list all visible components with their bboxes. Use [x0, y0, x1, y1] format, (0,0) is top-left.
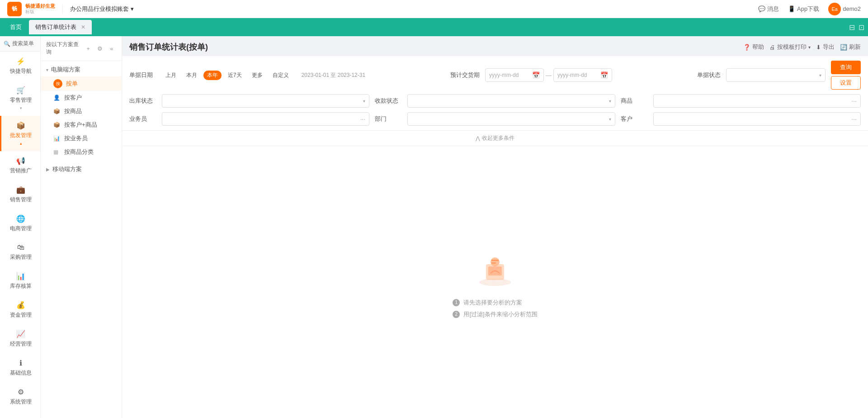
- scheme-icon-person: 👤: [53, 95, 61, 101]
- filter-row-3: 业务员 ··· 部门 ▾ 客户 ···: [129, 112, 861, 126]
- svg-rect-5: [491, 262, 496, 264]
- top-bar: 畅 畅捷通好生意 标版 办公用品行业模拟账套 ▾ 💬 消息 📱 App下载 Ea…: [0, 0, 868, 18]
- empty-state-illustration: [472, 246, 518, 291]
- scheme-icon-grid: ▦: [53, 149, 61, 155]
- settings-scheme-btn[interactable]: ⚙: [95, 44, 104, 53]
- date-btn-custom[interactable]: 自定义: [269, 71, 292, 80]
- add-scheme-btn[interactable]: +: [84, 44, 93, 53]
- out-status-arrow: ▾: [363, 99, 365, 104]
- help-btn[interactable]: ❓ 帮助: [743, 43, 764, 51]
- pc-group-arrow: ▾: [46, 67, 48, 72]
- refresh-btn[interactable]: 🔄 刷新: [840, 43, 861, 51]
- salesman-input[interactable]: ···: [162, 112, 369, 126]
- out-status-label: 出库状态: [129, 97, 156, 105]
- left-panel: 按以下方案查询 + ⚙ « ▾ 电脑端方案 按 按单 👤 按客户: [41, 36, 122, 418]
- user-menu[interactable]: Ea demo2: [828, 3, 861, 15]
- scheme-by-salesman[interactable]: 📊 按业务员: [41, 132, 122, 145]
- svg-point-3: [491, 257, 500, 266]
- sidebar-item-inventory[interactable]: 📊 库存核算: [0, 266, 40, 295]
- empty-tip-1: 1 请先选择要分析的方案: [453, 299, 537, 307]
- sidebar-item-retail[interactable]: 🛒 零售管理 ▾: [0, 81, 40, 116]
- collapse-bar[interactable]: ⋀ 收起更多条件: [122, 131, 868, 146]
- tab-maximize-icon[interactable]: ⊡: [859, 23, 864, 32]
- status-select[interactable]: ▾: [726, 68, 826, 82]
- messages-btn[interactable]: 💬 消息: [758, 5, 779, 13]
- date-label: 单据日期: [129, 71, 156, 79]
- date-btn-last-month[interactable]: 上月: [162, 71, 180, 80]
- calendar-end-icon[interactable]: 📅: [600, 71, 608, 79]
- sidebar-item-ops[interactable]: 📈 经营管理: [0, 324, 40, 353]
- account-dropdown[interactable]: 办公用品行业模拟账套 ▾: [70, 5, 134, 13]
- empty-state: 1 请先选择要分析的方案 2 用[过滤]条件来缩小分析范围: [122, 146, 868, 418]
- filter-row-1: 单据日期 上月 本月 本年 近7天 更多 自定义 2023-01-01 至 20…: [129, 61, 861, 90]
- sidebar-item-sales[interactable]: 💼 销售管理: [0, 180, 40, 209]
- content-area: 按以下方案查询 + ⚙ « ▾ 电脑端方案 按 按单 👤 按客户: [41, 36, 868, 418]
- left-panel-header: 按以下方案查询 + ⚙ «: [41, 36, 122, 61]
- calendar-start-icon[interactable]: 📅: [532, 71, 540, 79]
- date-btn-this-year[interactable]: 本年: [203, 71, 222, 80]
- tab-home[interactable]: 首页: [4, 20, 28, 34]
- scheme-icon-circle: 按: [53, 79, 62, 88]
- filter-row-2: 出库状态 ▾ 收款状态 ▾ 商品 ···: [129, 94, 861, 108]
- search-button[interactable]: 查询: [831, 61, 861, 74]
- scheme-icon-box2: 📦: [53, 122, 61, 128]
- department-select[interactable]: ▾: [407, 112, 615, 126]
- app-subtitle: 标版: [25, 9, 55, 14]
- collapse-button[interactable]: ⋀ 收起更多条件: [476, 134, 514, 142]
- sidebar-item-purchase[interactable]: 🛍 采购管理: [0, 238, 40, 266]
- scheme-by-order[interactable]: 按 按单: [41, 76, 122, 91]
- sidebar-item-marketing[interactable]: 📢 营销推广: [0, 151, 40, 180]
- top-bar-left: 畅 畅捷通好生意 标版 办公用品行业模拟账套 ▾: [7, 2, 134, 16]
- date-btn-more[interactable]: 更多: [248, 71, 266, 80]
- collapse-panel-btn[interactable]: «: [107, 44, 116, 53]
- pc-group-header[interactable]: ▾ 电脑端方案: [41, 63, 122, 76]
- expected-date-end-input[interactable]: yyyy-mm-dd 📅: [553, 68, 612, 82]
- scheme-by-cust-prod[interactable]: 📦 按客户+商品: [41, 118, 122, 132]
- app-download-btn[interactable]: 📱 App下载: [788, 5, 819, 13]
- expected-date-start-input[interactable]: yyyy-mm-dd 📅: [485, 68, 544, 82]
- tab-minimize-icon[interactable]: ⊟: [849, 23, 855, 32]
- scheme-by-category[interactable]: ▦ 按商品分类: [41, 145, 122, 159]
- date-btn-this-month[interactable]: 本月: [183, 71, 201, 80]
- salesman-label: 业务员: [129, 115, 156, 123]
- sidebar-item-quicknav[interactable]: ⚡ 快捷导航: [0, 52, 40, 81]
- main-layout: 🔍 搜索菜单 ⚡ 快捷导航 🛒 零售管理 ▾ 📦 批发管理 ▴ 📢 营销推广 💼…: [0, 36, 868, 418]
- search-action-group: 查询 设置: [831, 61, 861, 90]
- app-name: 畅捷通好生意: [25, 3, 55, 9]
- page-title: 销售订单统计表(按单): [129, 42, 208, 52]
- expected-date-label: 预计交货期: [450, 71, 480, 79]
- template-print-btn[interactable]: 🖨 按模板打印 ▾: [769, 43, 811, 51]
- goods-label: 商品: [621, 97, 648, 105]
- export-btn[interactable]: ⬇ 导出: [816, 43, 835, 51]
- tab-bar: 首页 销售订单统计表 ✕ ⊟ ⊡: [0, 18, 868, 36]
- scheme-by-customer[interactable]: 👤 按客户: [41, 91, 122, 104]
- goods-input[interactable]: ···: [653, 94, 861, 108]
- sidebar-item-basic[interactable]: ℹ 基础信息: [0, 353, 40, 382]
- salesman-more-icon[interactable]: ···: [360, 115, 366, 123]
- sidebar-item-ecommerce[interactable]: 🌐 电商管理: [0, 209, 40, 238]
- mobile-group-header[interactable]: ▶ 移动端方案: [41, 162, 122, 176]
- sidebar-item-system[interactable]: ⚙ 系统管理: [0, 382, 40, 411]
- mobile-scheme-group: ▶ 移动端方案: [41, 161, 122, 178]
- customer-input[interactable]: ···: [653, 112, 861, 126]
- goods-more-icon[interactable]: ···: [851, 97, 857, 104]
- sidebar-item-corp[interactable]: 🤝 企业协同: [0, 411, 40, 418]
- svg-rect-4: [491, 260, 499, 261]
- customer-more-icon[interactable]: ···: [851, 115, 857, 123]
- pc-scheme-group: ▾ 电脑端方案 按 按单 👤 按客户 📦 按商品 📦 按客户+商品: [41, 61, 122, 161]
- tab-close-icon[interactable]: ✕: [81, 24, 85, 30]
- sidebar-item-finance[interactable]: 💰 资金管理: [0, 295, 40, 324]
- app-logo: 畅: [7, 2, 22, 16]
- department-label: 部门: [375, 115, 402, 123]
- scheme-by-product[interactable]: 📦 按商品: [41, 104, 122, 118]
- tab-stats[interactable]: 销售订单统计表 ✕: [29, 20, 92, 34]
- settings-button[interactable]: 设置: [831, 76, 861, 90]
- date-btn-7days[interactable]: 近7天: [224, 71, 245, 80]
- sidebar-item-wholesale[interactable]: 📦 批发管理 ▴: [0, 116, 40, 151]
- mobile-group-arrow: ▶: [46, 167, 50, 172]
- sidebar-search[interactable]: 🔍 搜索菜单: [0, 36, 40, 52]
- empty-tips: 1 请先选择要分析的方案 2 用[过滤]条件来缩小分析范围: [453, 299, 537, 318]
- date-dash: —: [546, 72, 552, 79]
- out-status-select[interactable]: ▾: [162, 94, 369, 108]
- payment-status-select[interactable]: ▾: [407, 94, 615, 108]
